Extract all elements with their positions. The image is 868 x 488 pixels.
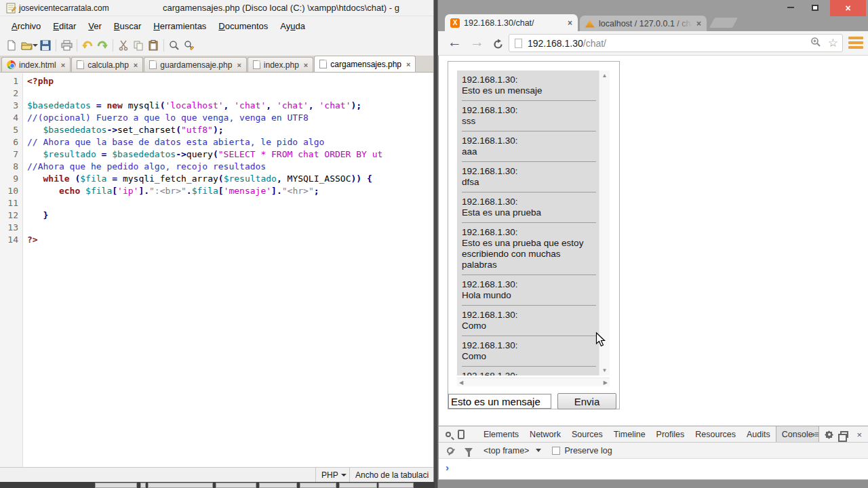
devtools-tab-profiles[interactable]: Profiles (651, 426, 690, 442)
code-token (27, 149, 43, 159)
editor-tab-calcula.php[interactable]: calcula.php× (71, 57, 143, 72)
taskbar-item[interactable] (339, 483, 377, 488)
taskbar-item[interactable] (95, 483, 137, 488)
tab-close-icon[interactable]: × (237, 61, 241, 69)
frame-selector[interactable]: <top frame> (484, 446, 529, 455)
tab-close-icon[interactable]: × (696, 19, 701, 28)
window-maximize-button[interactable] (806, 0, 825, 15)
forward-button[interactable]: → (470, 34, 484, 50)
settings-gear-icon[interactable] (826, 432, 832, 438)
chat-message: 192.168.1.30:Esto es una prueba que esto… (457, 223, 599, 275)
url-text[interactable]: 192.168.1.30/chat/ (528, 38, 810, 49)
editor-tab-cargamensajes.php[interactable]: cargamensajes.php× (314, 56, 416, 72)
tab-close-icon[interactable]: × (304, 61, 308, 69)
dock-side-icon[interactable] (840, 431, 848, 438)
print-icon[interactable] (59, 39, 74, 52)
devtools-tab-timeline[interactable]: Timeline (608, 426, 651, 442)
scroll-up-icon[interactable]: ▲ (599, 73, 610, 79)
copy-icon[interactable] (131, 39, 146, 52)
cut-icon[interactable] (116, 39, 131, 52)
browser-tab-1[interactable]: X192.168.1.30/chat/× (445, 14, 578, 31)
open-file-dropdown-caret[interactable] (33, 44, 38, 47)
toolbar-separator (77, 39, 77, 52)
devtools-tabs: ElementsNetworkSourcesTimelineProfilesRe… (478, 426, 819, 442)
device-mode-icon[interactable] (458, 430, 465, 439)
code-token: //Ahora que he pedido algo, recojo resul… (27, 161, 266, 171)
console-drawer-icon[interactable]: ›≡ (812, 430, 818, 439)
devtools-tab-resources[interactable]: Resources (690, 426, 741, 442)
scroll-left-icon[interactable]: ◀ (459, 380, 463, 386)
menu-item-ver[interactable]: Ver (82, 18, 108, 34)
code-token: , (309, 100, 319, 110)
editor-tab-index.php[interactable]: index.php× (248, 57, 313, 72)
devtools-tab-network[interactable]: Network (524, 426, 566, 442)
taskbar-item[interactable] (259, 483, 297, 488)
editor-tab-index.html[interactable]: index.html× (1, 57, 71, 72)
console-output[interactable]: › (439, 459, 868, 479)
line-number: 9 (0, 173, 18, 185)
window-minimize-button[interactable] (781, 0, 800, 15)
find-icon[interactable] (167, 39, 182, 52)
replace-icon[interactable] (182, 39, 197, 52)
menu-item-buscar[interactable]: Buscar (108, 18, 147, 34)
horizontal-scrollbar[interactable]: ◀ ▶ (457, 378, 610, 386)
devtools-tab-elements[interactable]: Elements (478, 426, 524, 442)
message-input[interactable] (448, 394, 551, 409)
save-icon[interactable] (38, 39, 53, 52)
frame-selector-caret[interactable] (536, 449, 541, 452)
code-editor[interactable]: 1234567891011121314 <?php $basededatos =… (0, 73, 434, 467)
chat-message: 192.168.1.30:aaa (457, 131, 599, 162)
menu-item-documentos[interactable]: Documentos (212, 18, 274, 34)
open-file-icon[interactable] (19, 39, 34, 52)
bookmark-star-icon[interactable]: ☆ (828, 37, 838, 49)
preserve-log-checkbox[interactable] (552, 447, 560, 455)
browser-tab-2[interactable]: localhost / 127.0.0.1 / chat× (580, 16, 707, 31)
tab-close-icon[interactable]: × (61, 61, 65, 69)
code-token: ); (213, 125, 224, 135)
new-file-icon[interactable] (4, 39, 19, 52)
filter-icon[interactable] (465, 448, 473, 453)
redo-icon[interactable] (95, 39, 110, 52)
code-line (27, 222, 382, 234)
menu-item-herramientas[interactable]: Herramientas (147, 18, 212, 34)
code-token: 'ip' (117, 186, 138, 196)
language-selector[interactable]: PHP (316, 468, 350, 482)
menu-item-archivo[interactable]: Archivo (5, 18, 47, 34)
zoom-search-icon[interactable] (810, 37, 821, 50)
code-token: ( (160, 100, 165, 110)
tab-close-icon[interactable]: × (134, 61, 138, 69)
scroll-right-icon[interactable]: ▶ (604, 380, 608, 386)
back-button[interactable]: ← (448, 34, 462, 50)
address-bar[interactable]: 192.168.1.30/chat/ ☆ (509, 34, 843, 52)
message-list[interactable]: 192.168.1.30:Esto es un mensaje192.168.1… (457, 70, 599, 375)
inspect-search-icon[interactable] (446, 432, 451, 437)
tab-close-icon[interactable]: × (406, 60, 410, 68)
taskbar-item[interactable] (378, 483, 414, 488)
chrome-menu-icon[interactable] (848, 37, 863, 49)
code-token: //(opcional) Fuerzo a que lo que venga, … (27, 113, 309, 123)
undo-icon[interactable] (80, 39, 95, 52)
devtools-tab-audits[interactable]: Audits (741, 426, 776, 442)
devtools-close-icon[interactable]: × (856, 430, 862, 440)
taskbar-item[interactable] (140, 483, 146, 488)
line-number-gutter: 1234567891011121314 (0, 73, 23, 467)
menu-item-editar[interactable]: Editar (47, 18, 82, 34)
vertical-scrollbar[interactable]: ▲ ▼ (599, 70, 610, 375)
code-token: , (224, 100, 235, 110)
paste-icon[interactable] (146, 39, 161, 52)
code-token: , (277, 174, 288, 184)
code-line: // Ahora que la base de datos esta abier… (27, 136, 382, 148)
menu-item-ayuda[interactable]: Ayuda (274, 18, 311, 34)
taskbar-item[interactable] (148, 483, 213, 488)
taskbar-item[interactable] (216, 483, 256, 488)
new-tab-button[interactable] (709, 18, 738, 28)
clear-console-icon[interactable] (447, 447, 454, 454)
line-number: 11 (0, 197, 18, 209)
reload-button[interactable] (492, 37, 504, 54)
devtools-tab-sources[interactable]: Sources (566, 426, 608, 442)
send-button[interactable]: Envia (557, 393, 616, 409)
editor-tab-guardamensaje.php[interactable]: guardamensaje.php× (144, 57, 247, 72)
taskbar-item[interactable] (300, 483, 336, 488)
tab-close-icon[interactable]: × (568, 18, 572, 28)
scroll-down-icon[interactable]: ▼ (599, 367, 610, 373)
